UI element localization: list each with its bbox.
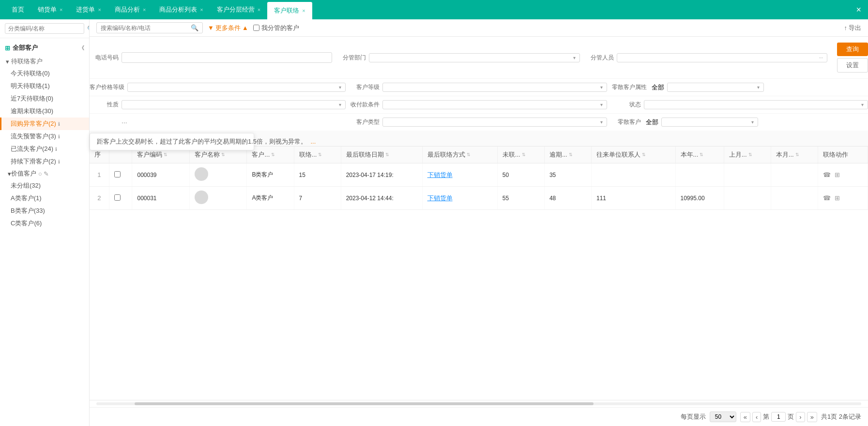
sidebar-item-tomorrow[interactable]: 明天待联络(1) bbox=[0, 80, 89, 92]
next-page-btn[interactable]: › bbox=[796, 412, 805, 422]
ellipsis-button[interactable]: ··· bbox=[122, 118, 127, 126]
nav-tab-home[interactable]: 首页 bbox=[5, 0, 31, 19]
scroll-track[interactable] bbox=[96, 402, 861, 405]
cell-contact-2: 7 bbox=[294, 187, 341, 210]
th-last-date[interactable]: 最后联络日期⇅ bbox=[341, 147, 422, 163]
export-btn[interactable]: ↑ 导出 bbox=[844, 24, 862, 32]
cell-num-1: 1 bbox=[90, 163, 109, 187]
sidebar-item-ungrouped[interactable]: 未分组(32) bbox=[0, 179, 89, 192]
close-analysis-tab-icon[interactable]: × bbox=[143, 7, 146, 13]
th-this-month[interactable]: 本月...⇅ bbox=[771, 147, 818, 163]
sparse-customer-select[interactable]: ▾ bbox=[661, 118, 758, 127]
cell-overdue-1: 35 bbox=[544, 163, 591, 187]
sort-name-icon: ⇅ bbox=[221, 152, 225, 157]
group-arrow-value: ▾ bbox=[8, 170, 11, 177]
main-layout: 🔍 ⊞ 全部客户 《 ▾ 待联络客户 今天待联络(0) 明天待联络(1) 近7天… bbox=[0, 19, 868, 426]
person-select[interactable]: ··· bbox=[617, 53, 827, 62]
cell-lastmonth-1 bbox=[724, 163, 771, 187]
phone-action-2[interactable]: ☎ bbox=[823, 194, 831, 202]
filter-cell-nature: 性质 ▾ bbox=[90, 100, 346, 109]
sidebar-item-today[interactable]: 今天待联络(0) bbox=[0, 67, 89, 80]
customer-type-select[interactable]: ▾ bbox=[382, 118, 607, 127]
nav-tab-analysis[interactable]: 商品分析 × bbox=[108, 0, 152, 19]
info-icon-declining[interactable]: ℹ bbox=[58, 159, 60, 164]
per-page-select[interactable]: 50 100 200 bbox=[710, 411, 736, 422]
info-icon-lost[interactable]: ℹ bbox=[55, 147, 57, 152]
sidebar-item-overdue[interactable]: 逾期未联络(30) bbox=[0, 105, 89, 118]
row2-checkbox[interactable] bbox=[114, 194, 121, 201]
sidebar-all-customers[interactable]: ⊞ 全部客户 《 bbox=[0, 41, 89, 55]
row1-checkbox[interactable] bbox=[114, 171, 121, 177]
cell-code-2: 000031 bbox=[132, 187, 189, 210]
th-overdue[interactable]: 逾期...⇅ bbox=[544, 147, 591, 163]
query-button[interactable]: 查询 bbox=[837, 43, 868, 56]
my-customers-checkbox[interactable] bbox=[253, 25, 259, 31]
payment-arrow: ▾ bbox=[600, 102, 603, 107]
phone-action-1[interactable]: ☎ bbox=[823, 171, 831, 178]
cell-date-2: 2023-04-12 14:44: bbox=[341, 187, 422, 210]
export-icon: ↑ bbox=[844, 24, 848, 31]
th-last-month[interactable]: 上月...⇅ bbox=[724, 147, 771, 163]
page-input[interactable] bbox=[771, 412, 786, 422]
close-sales-tab-icon[interactable]: × bbox=[60, 7, 62, 13]
nav-tab-sales[interactable]: 销货单 × bbox=[31, 0, 69, 19]
more-conditions-btn[interactable]: ▼ 更多条件 ▲ bbox=[208, 24, 248, 32]
phone-input[interactable] bbox=[122, 52, 332, 63]
customer-search-input[interactable] bbox=[101, 25, 191, 31]
prev-page-btn[interactable]: ‹ bbox=[752, 412, 761, 422]
sidebar-tree: ⊞ 全部客户 《 ▾ 待联络客户 今天待联络(0) 明天待联络(1) 近7天待联… bbox=[0, 38, 89, 426]
close-analysis-list-tab-icon[interactable]: × bbox=[200, 7, 203, 13]
close-purchase-tab-icon[interactable]: × bbox=[98, 7, 101, 13]
filter-cell-sparse-attr: 零散客户属性 全部 ▾ bbox=[612, 83, 868, 92]
sidebar-search-input[interactable] bbox=[5, 23, 84, 34]
nav-tab-purchase[interactable]: 进货单 × bbox=[69, 0, 107, 19]
last-page-btn[interactable]: » bbox=[807, 412, 817, 422]
th-not-contacted[interactable]: 未联...⇅ bbox=[497, 147, 544, 163]
nav-tab-customer-contact[interactable]: 客户联络 × bbox=[267, 2, 312, 19]
info-icon-repurchase[interactable]: ℹ bbox=[58, 121, 60, 127]
sidebar-item-a-class[interactable]: A类客户(1) bbox=[0, 192, 89, 205]
first-page-btn[interactable]: « bbox=[740, 412, 750, 422]
chat-action-1[interactable]: ⊞ bbox=[835, 171, 840, 178]
th-contact[interactable]: 联络...⇅ bbox=[294, 147, 341, 163]
sidebar-item-c-class[interactable]: C类客户(6) bbox=[0, 217, 89, 230]
cell-notcontact-2: 55 bbox=[497, 187, 544, 210]
close-all-tabs-icon[interactable]: × bbox=[856, 5, 861, 15]
cell-past-1 bbox=[592, 163, 676, 187]
nav-tab-analysis-list[interactable]: 商品分析列表 × bbox=[152, 0, 210, 19]
sidebar-item-b-class[interactable]: B类客户(33) bbox=[0, 205, 89, 217]
cell-way-2[interactable]: 下销货单 bbox=[422, 187, 497, 210]
edit-value-group-icon[interactable]: ○ ✎ bbox=[38, 170, 49, 177]
info-icon-lostwarning[interactable]: ℹ bbox=[58, 134, 60, 139]
status-select[interactable]: ▾ bbox=[644, 100, 868, 109]
cell-way-1[interactable]: 下销货单 bbox=[422, 163, 497, 187]
dept-select[interactable]: ▾ bbox=[369, 53, 579, 62]
customer-level-select[interactable]: ▾ bbox=[382, 83, 607, 92]
close-customer-contact-tab-icon[interactable]: × bbox=[302, 8, 305, 14]
sidebar-item-lostwarning[interactable]: 流失预警客户(3) ℹ bbox=[0, 130, 89, 143]
sparse-attr-select[interactable]: ▾ bbox=[667, 83, 764, 92]
scroll-thumb[interactable] bbox=[135, 402, 594, 405]
payment-select[interactable]: ▾ bbox=[382, 100, 607, 109]
price-level-select[interactable]: ▾ bbox=[127, 83, 346, 92]
nav-tab-customer-layer[interactable]: 客户分层经营 × bbox=[210, 0, 267, 19]
sidebar: 🔍 ⊞ 全部客户 《 ▾ 待联络客户 今天待联络(0) 明天待联络(1) 近7天… bbox=[0, 19, 90, 426]
th-this-year[interactable]: 本年...⇅ bbox=[675, 147, 724, 163]
sidebar-group-pending[interactable]: ▾ 待联络客户 bbox=[0, 55, 89, 67]
sidebar-collapse-icon[interactable]: 《 bbox=[79, 44, 84, 52]
action-buttons: 查询 设置 bbox=[832, 41, 868, 74]
cell-thisyear-1 bbox=[675, 163, 724, 187]
close-customer-layer-tab-icon[interactable]: × bbox=[258, 7, 260, 13]
nature-select[interactable]: ▾ bbox=[122, 100, 346, 109]
th-last-way[interactable]: 最后联络方式⇅ bbox=[422, 147, 497, 163]
sidebar-item-declining[interactable]: 持续下滑客户(2) ℹ bbox=[0, 155, 89, 168]
tooltip-more-btn[interactable]: ... bbox=[310, 138, 316, 145]
customer-search-icon[interactable]: 🔍 bbox=[191, 24, 198, 31]
settings-button[interactable]: 设置 bbox=[837, 58, 868, 73]
sidebar-group-value[interactable]: ▾ 价值客户 ○ ✎ bbox=[0, 168, 89, 179]
sidebar-item-repurchase-anomaly[interactable]: 回购异常客户(2) ℹ bbox=[0, 118, 89, 130]
sidebar-item-lost[interactable]: 已流失客户(24) ℹ bbox=[0, 143, 89, 155]
sidebar-item-7days[interactable]: 近7天待联络(0) bbox=[0, 92, 89, 105]
th-past-contacts[interactable]: 往来单位联系人⇅ bbox=[592, 147, 676, 163]
chat-action-2[interactable]: ⊞ bbox=[835, 194, 840, 202]
